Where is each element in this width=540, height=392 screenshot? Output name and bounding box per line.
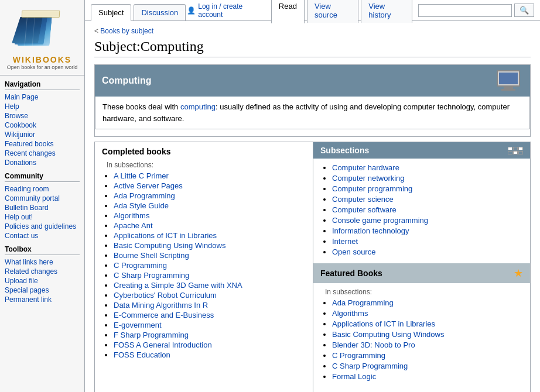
list-item: Computer programming <box>332 184 523 193</box>
list-item: Algorithms <box>332 309 523 318</box>
book-link[interactable]: Applications of ICT in Libraries <box>114 231 217 240</box>
sidebar-item-contact-us[interactable]: Contact us <box>5 231 80 240</box>
sidebar-item-recent-changes[interactable]: Recent changes <box>5 149 80 158</box>
computing-box: Computing These books deal with computin… <box>94 64 531 137</box>
sidebar-item-featured-books[interactable]: Featured books <box>5 139 80 149</box>
list-item: Basic Computing Using Windows <box>332 330 523 339</box>
breadcrumb-prefix: < <box>94 27 100 35</box>
computing-header: Computing <box>95 65 530 97</box>
breadcrumb-link[interactable]: Books by subject <box>100 27 153 35</box>
completed-books-list: A Little C Primer Active Server Pages Ad… <box>102 171 306 359</box>
site-tagline: Open books for an open world <box>7 64 78 70</box>
book-link[interactable]: Bourne Shell Scripting <box>114 251 189 260</box>
community-title: Community <box>5 172 80 182</box>
sidebar-item-bulletin-board[interactable]: Bulletin Board <box>5 203 80 212</box>
book-link[interactable]: C Programming <box>114 261 167 270</box>
list-item: C Programming <box>332 351 523 360</box>
subsection-link[interactable]: Open source <box>332 247 375 256</box>
book-link[interactable]: Basic Computing Using Windows <box>114 241 225 250</box>
book-link[interactable]: Apache Ant <box>114 221 153 230</box>
sidebar-item-donations[interactable]: Donations <box>5 158 80 167</box>
featured-book-link[interactable]: Ada Programming <box>332 298 394 307</box>
tab-read[interactable]: Read <box>271 0 305 23</box>
subsection-link[interactable]: Information technology <box>332 226 409 235</box>
book-link[interactable]: A Little C Primer <box>114 171 169 180</box>
sidebar-item-help-out[interactable]: Help out! <box>5 212 80 222</box>
two-col-layout: Completed books In subsections: A Little… <box>94 142 531 392</box>
featured-book-link[interactable]: C Programming <box>332 351 385 360</box>
subsection-link[interactable]: Computer programming <box>332 184 412 193</box>
search-input[interactable] <box>418 4 512 17</box>
sidebar-item-community-portal[interactable]: Community portal <box>5 194 80 203</box>
list-item: Ada Programming <box>114 191 306 200</box>
login-area: 👤 Log in / create account <box>187 2 266 19</box>
tab-view-history[interactable]: View history <box>361 0 412 23</box>
book-link[interactable]: E-Commerce and E-Business <box>114 311 214 319</box>
featured-book-link[interactable]: Algorithms <box>332 309 368 318</box>
sidebar-item-policies[interactable]: Policies and guidelines <box>5 222 80 231</box>
list-item: Computer hardware <box>332 163 523 172</box>
featured-book-link[interactable]: Applications of ICT in Libraries <box>332 319 435 328</box>
book-link[interactable]: C Sharp Programming <box>114 271 189 280</box>
subsections-header: Subsections <box>313 142 530 159</box>
sidebar-item-browse[interactable]: Browse <box>5 111 80 121</box>
subsection-link[interactable]: Internet <box>332 237 358 246</box>
list-item: Blender 3D: Noob to Pro <box>332 341 523 349</box>
login-link[interactable]: Log in / create account <box>198 2 264 19</box>
sidebar-item-reading-room[interactable]: Reading room <box>5 184 80 194</box>
search-button[interactable]: 🔍 <box>514 4 534 17</box>
book-link[interactable]: Ada Style Guide <box>114 201 169 210</box>
sidebar-item-related-changes[interactable]: Related changes <box>5 267 80 276</box>
subsection-link[interactable]: Computer software <box>332 205 397 214</box>
subsection-link[interactable]: Console game programming <box>332 216 428 225</box>
book-link[interactable]: Active Server Pages <box>114 181 183 190</box>
sidebar-item-upload-file[interactable]: Upload file <box>5 276 80 286</box>
list-item: Creating a Simple 3D Game with XNA <box>114 281 306 290</box>
computing-link[interactable]: computing <box>180 102 216 111</box>
book-link[interactable]: Creating a Simple 3D Game with XNA <box>114 281 242 290</box>
list-item: C Programming <box>114 261 306 270</box>
tab-subject[interactable]: Subject <box>91 4 131 21</box>
book-link[interactable]: Data Mining Algorithms In R <box>114 301 208 310</box>
list-item: Ada Style Guide <box>114 201 306 210</box>
subsection-link[interactable]: Computer science <box>332 195 394 204</box>
featured-book-link[interactable]: Blender 3D: Noob to Pro <box>332 341 415 349</box>
featured-book-link[interactable]: C Sharp Programming <box>332 362 408 370</box>
book-link[interactable]: Ada Programming <box>114 191 175 200</box>
book-link[interactable]: Cyberbotics' Robot Curriculum <box>114 291 217 300</box>
sidebar-item-wikijunior[interactable]: Wikijunior <box>5 130 80 139</box>
subsection-link[interactable]: Computer networking <box>332 174 405 183</box>
book-link[interactable]: FOSS Education <box>114 350 170 359</box>
sidebar-item-permanent-link[interactable]: Permanent link <box>5 295 80 304</box>
main-content: Subject Discussion 👤 Log in / create acc… <box>85 0 540 392</box>
tab-view-source[interactable]: View source <box>307 0 358 23</box>
list-item: Bourne Shell Scripting <box>114 251 306 260</box>
featured-book-link[interactable]: Basic Computing Using Windows <box>332 330 444 339</box>
featured-books-header: Featured Books ★ <box>313 263 530 283</box>
sidebar-item-cookbook[interactable]: Cookbook <box>5 121 80 130</box>
sidebar-item-main-page[interactable]: Main Page <box>5 92 80 102</box>
book-link[interactable]: E-government <box>114 321 162 329</box>
toolbox-section: Toolbox What links here Related changes … <box>0 245 84 304</box>
book-link[interactable]: Algorithms <box>114 211 149 220</box>
list-item: E-Commerce and E-Business <box>114 311 306 319</box>
list-item: F Sharp Programming <box>114 331 306 339</box>
subsection-link[interactable]: Computer hardware <box>332 163 399 172</box>
list-item: Cyberbotics' Robot Curriculum <box>114 291 306 300</box>
sidebar-item-what-links[interactable]: What links here <box>5 257 80 267</box>
sidebar-item-special-pages[interactable]: Special pages <box>5 286 80 295</box>
page-title: Subject:Computing <box>94 39 531 57</box>
book-link[interactable]: F Sharp Programming <box>114 331 189 339</box>
list-item: Basic Computing Using Windows <box>114 241 306 250</box>
navigation-title: Navigation <box>5 80 80 90</box>
sidebar-item-help[interactable]: Help <box>5 102 80 111</box>
list-item: A Little C Primer <box>114 171 306 180</box>
logo: WIKIBOOKS Open books for an open world <box>0 5 84 75</box>
tab-discussion[interactable]: Discussion <box>134 4 186 20</box>
left-tabs: Subject Discussion <box>91 0 187 20</box>
book-link[interactable]: FOSS A General Introduction <box>114 341 212 349</box>
grid-icon <box>508 147 523 154</box>
list-item: C Sharp Programming <box>114 271 306 280</box>
list-item: Apache Ant <box>114 221 306 230</box>
featured-book-link[interactable]: Formal Logic <box>332 372 376 381</box>
